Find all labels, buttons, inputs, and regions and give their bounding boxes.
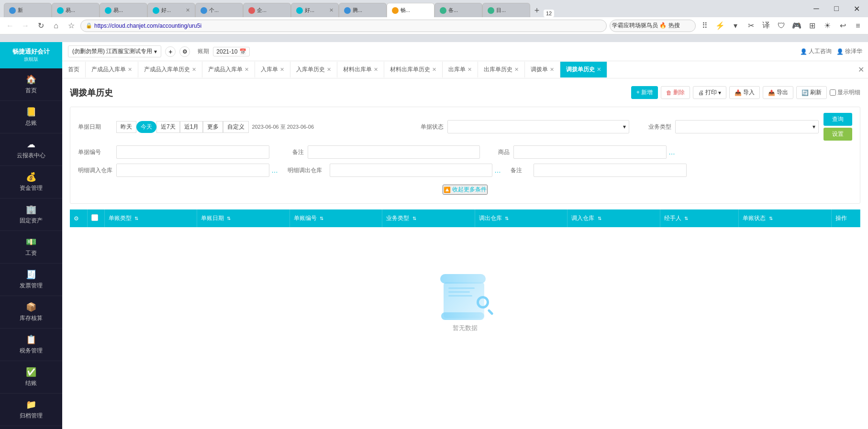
biz-type-filter-select[interactable]: ▾ <box>675 120 819 133</box>
remark-input[interactable] <box>308 145 480 159</box>
goods-input[interactable] <box>513 145 667 159</box>
browser-tab-1[interactable]: 新 <box>4 3 52 17</box>
date-today-btn[interactable]: 今天 <box>136 121 156 133</box>
tab-8-close[interactable]: ✕ <box>432 66 436 73</box>
sidebar-item-assets[interactable]: 🏢 固定资产 <box>0 198 62 231</box>
close-button[interactable]: ✕ <box>847 1 866 16</box>
tab-6-close[interactable]: ✕ <box>327 66 331 73</box>
address-bar[interactable]: 🔒 https://cloud.chanjet.com/accounting/u… <box>80 20 607 32</box>
display-toggle-checkbox[interactable] <box>830 89 836 96</box>
page-tab-11[interactable]: 调拨单 ✕ <box>525 62 560 77</box>
detail-remark-input[interactable] <box>534 164 687 177</box>
grid-button[interactable]: ⊞ <box>806 20 818 32</box>
query-button[interactable]: 查询 <box>823 113 852 126</box>
detail-in-input[interactable] <box>116 164 269 177</box>
browser-tab-3[interactable]: 易... <box>100 3 147 17</box>
export-button[interactable]: 📤 导出 <box>763 86 793 99</box>
sidebar-item-tax[interactable]: 📋 税务管理 <box>0 329 62 361</box>
browser-tab-4[interactable]: 好... ✕ <box>147 3 195 17</box>
page-tab-3[interactable]: 产成品入库单历史 ✕ <box>138 62 202 77</box>
page-tab-8[interactable]: 材料出库单历史 ✕ <box>384 62 443 77</box>
th-doc-type[interactable]: 单账类型 ⇅ <box>104 209 197 227</box>
th-handler[interactable]: 经手人 ⇅ <box>660 209 739 227</box>
browser-search-bar[interactable]: 学霸应聘场驱鸟员 🔥 热搜 <box>610 20 696 32</box>
extensions-button[interactable]: ⠿ <box>699 20 711 32</box>
minimize-button[interactable]: ─ <box>807 1 826 16</box>
doc-num-input[interactable] <box>116 145 269 159</box>
maximize-button[interactable]: □ <box>827 1 846 16</box>
th-checkbox[interactable] <box>87 209 104 227</box>
shield-button[interactable]: 🛡 <box>775 20 788 32</box>
print-button[interactable]: 🖨 打印 ▾ <box>693 86 726 99</box>
browser-tab-10[interactable]: 各... <box>434 3 482 17</box>
sidebar-item-ledger[interactable]: 📒 总账 <box>0 101 62 133</box>
page-tab-9[interactable]: 出库单 ✕ <box>443 62 478 77</box>
undo-button[interactable]: ↩ <box>836 20 849 32</box>
browser-tab-7[interactable]: 好... ✕ <box>291 3 339 17</box>
sidebar-item-archive[interactable]: 📁 归档管理 <box>0 394 62 426</box>
tab-11-close[interactable]: ✕ <box>550 66 554 73</box>
page-tab-home[interactable]: 首页 <box>62 62 86 77</box>
detail-out-input[interactable] <box>330 164 492 177</box>
tab-close-7[interactable]: ✕ <box>329 7 334 13</box>
th-out-warehouse[interactable]: 调出仓库 ⇅ <box>475 209 568 227</box>
settings-company-button[interactable]: ⚙ <box>179 46 190 57</box>
game-button[interactable]: 🎮 <box>790 20 803 32</box>
filter-settings-button[interactable]: 设置 <box>823 128 852 141</box>
tab-12-close[interactable]: ✕ <box>597 66 601 73</box>
tab-9-close[interactable]: ✕ <box>467 66 472 73</box>
delete-button[interactable]: 🗑 删除 <box>661 86 690 99</box>
sidebar-item-settings[interactable]: ⚙ 基础设置 <box>0 426 62 429</box>
display-toggle[interactable]: 显示明细 <box>830 88 860 97</box>
sidebar-item-inventory[interactable]: 📦 库存核算 <box>0 296 62 329</box>
goods-more-icon[interactable]: … <box>668 148 675 156</box>
tab-3-close[interactable]: ✕ <box>192 66 196 73</box>
import-button[interactable]: 📥 导入 <box>729 86 760 99</box>
scissors-icon[interactable]: ✂ <box>745 20 757 32</box>
add-company-button[interactable]: + <box>165 46 176 57</box>
user-button[interactable]: 👤 徐泽华 <box>836 47 862 55</box>
tab-10-close[interactable]: ✕ <box>514 66 519 73</box>
tab-2-close[interactable]: ✕ <box>128 66 132 73</box>
home-button[interactable]: ⌂ <box>50 20 62 32</box>
menu-button[interactable]: ≡ <box>852 20 864 32</box>
date-more-btn[interactable]: 更多 <box>203 121 223 133</box>
th-doc-status[interactable]: 单账状态 ⇅ <box>739 209 832 227</box>
refresh-browser-button[interactable]: ↻ <box>34 20 47 32</box>
browser-tab-2[interactable]: 易... <box>52 3 100 17</box>
tab-5-close[interactable]: ✕ <box>280 66 284 73</box>
back-button[interactable]: ← <box>4 20 16 32</box>
detail-out-more-icon[interactable]: … <box>494 166 501 174</box>
new-tab-button[interactable]: + <box>530 4 544 17</box>
service-button[interactable]: 👤 人工咨询 <box>800 47 832 55</box>
browser-tab-6[interactable]: 企... <box>243 3 291 17</box>
page-tab-10[interactable]: 出库单历史 ✕ <box>478 62 525 77</box>
lightning-button[interactable]: ⚡ <box>714 20 726 32</box>
detail-in-more-icon[interactable]: … <box>271 166 278 174</box>
page-tab-7[interactable]: 材料出库单 ✕ <box>337 62 384 77</box>
page-tab-2[interactable]: 产成品入库单 ✕ <box>86 62 138 77</box>
date-custom-btn[interactable]: 自定义 <box>223 121 249 133</box>
refresh-page-button[interactable]: 🔄 刷新 <box>796 86 827 99</box>
tab-close-4[interactable]: ✕ <box>186 7 190 13</box>
page-tab-6[interactable]: 入库单历史 ✕ <box>290 62 337 77</box>
period-value[interactable]: 2021-10 📅 <box>213 47 250 56</box>
tab-7-close[interactable]: ✕ <box>374 66 378 73</box>
sidebar-item-salary[interactable]: 💵 工资 <box>0 231 62 264</box>
th-in-warehouse[interactable]: 调入仓库 ⇅ <box>568 209 660 227</box>
date-yesterday-btn[interactable]: 昨天 <box>116 121 136 133</box>
th-biz-type[interactable]: 业务类型 ⇅ <box>382 209 475 227</box>
sidebar-item-funds[interactable]: 💰 资金管理 <box>0 166 62 198</box>
date-7days-btn[interactable]: 近7天 <box>156 121 180 133</box>
dropdown-button[interactable]: ▾ <box>729 20 742 32</box>
browser-tab-5[interactable]: 个... <box>195 3 243 17</box>
close-all-tabs-button[interactable]: ✕ <box>854 61 868 78</box>
page-tab-4[interactable]: 产成品入库单 ✕ <box>202 62 255 77</box>
sidebar-item-reports[interactable]: ☁ 云报表中心 <box>0 133 62 166</box>
forward-button[interactable]: → <box>19 20 32 32</box>
select-all-checkbox[interactable] <box>91 214 98 221</box>
tab-4-close[interactable]: ✕ <box>245 66 249 73</box>
new-button[interactable]: + 新增 <box>631 86 658 99</box>
sun-button[interactable]: ☀ <box>821 20 834 32</box>
browser-tab-8[interactable]: 腾... <box>339 3 387 17</box>
